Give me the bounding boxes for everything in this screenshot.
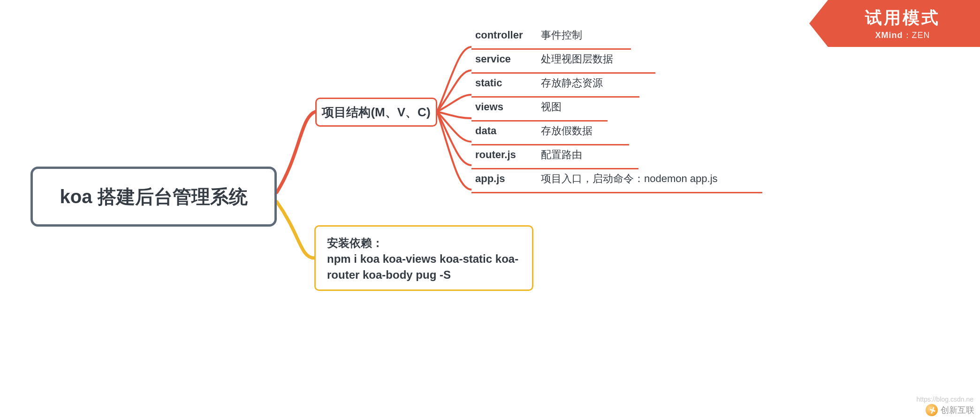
branch-deps[interactable]: 安装依赖： npm i koa koa-views koa-static koa… [314,225,533,291]
leaf-app[interactable]: app.js 项目入口，启动命令：nodemon app.js [471,172,762,193]
leaf-desc: 视图 [541,100,562,114]
trial-badge: 试用模式 XMind：ZEN [828,0,980,47]
watermark-text: 创新互联 [941,404,974,416]
deps-line2: npm i koa koa-views koa-static koa- [327,251,521,267]
leaf-desc: 存放假数据 [541,124,593,138]
leaf-key: views [475,101,524,113]
badge-brand-rest: ：ZEN [903,30,930,40]
root-title: koa 搭建后台管理系统 [60,184,247,210]
watermark-icon [926,404,938,416]
leaf-controller[interactable]: controller 事件控制 [471,28,631,50]
leaf-router[interactable]: router.js 配置路由 [471,148,638,169]
leaf-desc: 事件控制 [541,28,582,42]
branch-structure[interactable]: 项目结构(M、V、C) [315,98,437,127]
leaf-key: router.js [475,149,524,161]
watermark-url: https://blog.csdn.ne [917,396,973,403]
watermark: 创新互联 [926,404,974,416]
badge-title: 试用模式 [865,7,940,30]
badge-brand-bold: XMind [875,30,903,40]
leaf-desc: 存放静态资源 [541,76,603,90]
root-node[interactable]: koa 搭建后台管理系统 [30,167,277,227]
leaf-key: static [475,77,524,89]
leaf-desc: 处理视图层数据 [541,52,613,66]
leaf-key: controller [475,29,524,41]
leaf-views[interactable]: views 视图 [471,100,608,122]
leaf-group: controller 事件控制 service 处理视图层数据 static 存… [471,28,765,193]
leaf-desc: 项目入口，启动命令：nodemon app.js [541,172,718,186]
leaf-service[interactable]: service 处理视图层数据 [471,52,655,74]
branch-structure-title: 项目结构(M、V、C) [322,104,430,121]
badge-brand: XMind：ZEN [875,30,930,41]
leaf-key: app.js [475,173,524,185]
leaf-desc: 配置路由 [541,148,582,162]
leaf-static[interactable]: static 存放静态资源 [471,76,639,98]
leaf-key: service [475,53,524,65]
deps-line3: router koa-body pug -S [327,267,521,283]
leaf-key: data [475,125,524,137]
deps-line1: 安装依赖： [327,235,521,251]
leaf-data[interactable]: data 存放假数据 [471,124,629,145]
